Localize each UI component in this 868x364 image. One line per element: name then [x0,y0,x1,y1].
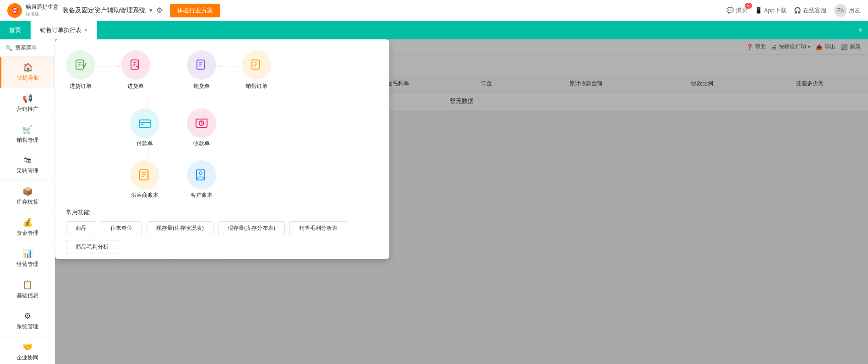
sidebar-item-basic-info[interactable]: 📋 基础信息 [0,274,55,305]
func-btn-stock-dist[interactable]: 现存量(库存分布表) [218,221,285,235]
payment-icon [130,109,159,138]
func-btn-sales-margin[interactable]: 销售毛利分析表 [289,221,347,235]
inventory-icon: 📦 [22,186,33,196]
close-all-tabs-btn[interactable]: × [858,26,863,34]
message-badge: 6 [745,3,752,9]
func-btn-receipt-stats[interactable]: 收款情况统计 [117,259,169,259]
supplier-ledger-icon [130,160,159,190]
settings-btn[interactable]: ⚙ [156,6,163,15]
func-btn-partner[interactable]: 往来单位 [101,221,142,235]
func-btn-payment-stats[interactable]: 付款情况统计 [174,259,226,259]
experience-btn[interactable]: 体验行业方案 [170,4,220,17]
sidebar-item-finance[interactable]: 💰 资金管理 [0,212,55,243]
header-right: 💬 消息 6 📱 App下载 🎧 在线客服 Ea 用友 [726,4,861,17]
tab-sales-order[interactable]: 销售订单执行表 × [31,21,97,39]
func-row-2: 销售排行榜 收款情况统计 付款情况统计 [66,259,378,259]
svg-point-29 [199,172,202,174]
customer-ledger-icon [187,160,216,190]
purchase-order-icon [66,50,95,80]
svg-line-27 [202,123,203,124]
main-layout: 🔍 搜索菜单 🏠 快捷导航 📢 营销推广 🛒 销售管理 🛍 采购管理 📦 库存核… [0,39,868,364]
service-icon: 🎧 [794,7,801,14]
func-btn-goods[interactable]: 商品 [66,221,96,235]
online-service-btn[interactable]: 🎧 在线客服 [794,6,827,15]
sidebar-item-sales[interactable]: 🛒 销售管理 [0,119,55,150]
svg-rect-4 [131,60,138,69]
flow-node-purchase-bill[interactable]: 进货单 [121,50,150,90]
sidebar-item-operation[interactable]: 📊 经营管理 [0,243,55,274]
message-btn[interactable]: 💬 消息 6 [726,6,748,15]
marketing-icon: 📢 [22,93,33,103]
system-dropdown-btn[interactable]: ▾ [149,7,153,14]
avatar: Ea [834,4,847,17]
sales-bill-icon [187,50,216,80]
search-icon: 🔍 [5,45,12,51]
common-functions-title: 常用功能 [66,208,378,217]
sales-order-icon [242,50,271,80]
popup-overlay[interactable]: 进货订单 → 进货单 [55,39,868,364]
nav-tabs: 首页 销售订单执行表 × × [0,21,868,39]
tab-home[interactable]: 首页 [0,21,31,39]
search-menu-btn[interactable]: 🔍 搜索菜单 [0,39,55,57]
flow-node-sales-bill[interactable]: 销货单 [187,50,216,90]
receipt-icon [187,109,216,138]
svg-rect-20 [252,60,259,69]
sidebar-item-system[interactable]: ⚙ 系统管理 [0,305,55,337]
logo-area: 🎯 畅康通好生意 标准版 [7,3,62,18]
sidebar-item-inventory[interactable]: 📦 库存核算 [0,181,55,212]
purchase-icon: 🛍 [23,156,32,165]
finance-icon: 💰 [22,217,33,228]
flow-node-purchase-order[interactable]: 进货订单 [66,50,95,90]
system-title: 装备及固定资产辅助管理系统 ▾ ⚙ 体验行业方案 [62,4,726,17]
user-area[interactable]: Ea 用友 [834,4,861,17]
svg-rect-11 [140,170,148,180]
logo-icon: 🎯 [7,3,22,18]
sidebar-item-enterprise[interactable]: 🤝 企业协同 [0,337,55,364]
func-row-1: 商品 往来单位 现存量(库存状况表) 现存量(库存分布表) 销售毛利分析表 商品… [66,221,378,254]
logo-text: 畅康通好生意 标准版 [26,4,59,17]
app-icon: 📱 [755,7,762,14]
func-btn-stock-status[interactable]: 现存量(库存状况表) [147,221,213,235]
tab-close-btn[interactable]: × [84,27,87,33]
svg-rect-16 [197,60,204,69]
content-area: ❓ 帮助 🖨 按模板打印 ▾ 📤 导出 🔄 刷新 📅 单据状态 [55,39,868,364]
flow-node-sales-order[interactable]: 销售订单 [242,50,271,90]
popup-card: 进货订单 → 进货单 [55,39,389,259]
top-header: 🎯 畅康通好生意 标准版 装备及固定资产辅助管理系统 ▾ ⚙ 体验行业方案 💬 … [0,0,868,21]
purchase-bill-icon [121,50,150,80]
svg-rect-8 [139,120,150,127]
basic-info-icon: 📋 [22,280,33,290]
app-download-btn[interactable]: 📱 App下载 [755,6,786,15]
operation-icon: 📊 [22,249,33,259]
svg-rect-0 [76,60,83,69]
system-icon: ⚙ [24,311,31,321]
quick-guide-icon: 🏠 [23,62,33,72]
message-icon: 💬 [726,7,734,14]
svg-rect-15 [147,171,149,179]
func-btn-goods-margin[interactable]: 商品毛利分析 [66,240,118,254]
sidebar: 🔍 搜索菜单 🏠 快捷导航 📢 营销推广 🛒 销售管理 🛍 采购管理 📦 库存核… [0,39,55,364]
func-btn-sales-rank[interactable]: 销售排行榜 [66,259,113,259]
sidebar-item-quick-guide[interactable]: 🏠 快捷导航 [0,57,55,88]
enterprise-icon: 🤝 [22,342,33,352]
sales-icon: 🛒 [22,125,33,135]
sidebar-item-marketing[interactable]: 📢 营销推广 [0,88,55,119]
sidebar-item-purchase[interactable]: 🛍 采购管理 [0,150,55,181]
common-functions: 常用功能 商品 往来单位 现存量(库存状况表) 现存量(库存分布表) 销售毛利分… [66,208,378,259]
